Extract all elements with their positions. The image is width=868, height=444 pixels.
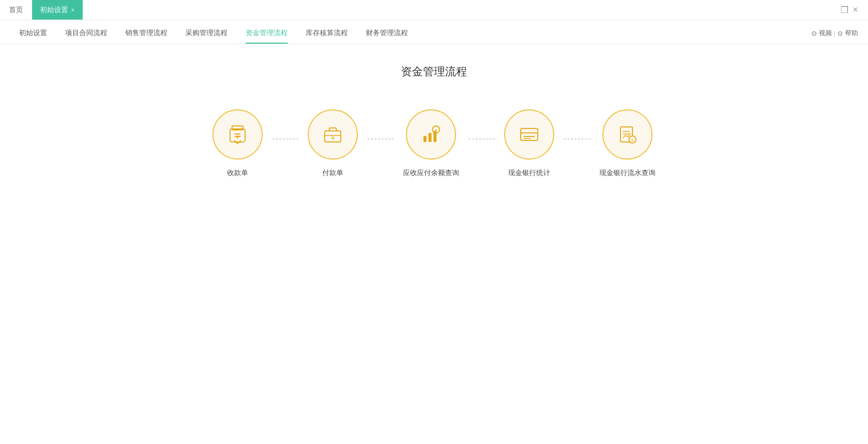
nav-item-project[interactable]: 项目合同流程: [56, 29, 116, 44]
initial-setup-tab[interactable]: 初始设置 ×: [32, 0, 83, 20]
flow-item-yingshou[interactable]: ¥ 应收应付余额查询: [403, 109, 459, 178]
nav-item-finance[interactable]: 财务管理流程: [357, 29, 417, 44]
flow-connector-3: [459, 138, 504, 149]
nav-bar: 初始设置 项目合同流程 销售管理流程 采购管理流程 资金管理流程 库存核算流程 …: [0, 20, 868, 44]
svg-rect-9: [428, 133, 431, 142]
flow-label-shoukuan: 收款单: [227, 169, 248, 178]
nav-right-links: ⊙ 视频 | ⊙ 帮助: [811, 29, 858, 44]
nav-item-purchase[interactable]: 采购管理流程: [176, 29, 237, 44]
nav-item-inventory[interactable]: 库存核算流程: [297, 29, 357, 44]
initial-setup-tab-label: 初始设置: [40, 6, 68, 15]
video-link[interactable]: 视频: [819, 29, 832, 38]
divider: |: [834, 30, 835, 37]
flow-label-xianjin: 现金银行统计: [508, 169, 550, 178]
restore-icon[interactable]: ❐: [840, 5, 848, 16]
nav-item-sales[interactable]: 销售管理流程: [116, 29, 176, 44]
flow-row: ¥ 收款单 ¥: [212, 109, 656, 178]
window-controls: ❐ ×: [840, 5, 868, 16]
flow-connector-1: [263, 138, 308, 149]
flow-label-fukuan: 付款单: [322, 169, 343, 178]
close-icon[interactable]: ×: [71, 7, 75, 14]
help-link[interactable]: 帮助: [845, 29, 858, 38]
flow-item-xianjin[interactable]: 现金银行统计: [504, 109, 554, 178]
flow-item-fukuan[interactable]: ¥ 付款单: [308, 109, 358, 178]
flow-label-liushui: 现金银行流水查询: [599, 169, 656, 178]
flow-circle-xianjin: [504, 109, 554, 160]
video-icon: ⊙: [811, 30, 817, 37]
main-content: 资金管理流程 ¥ 收款单: [0, 44, 868, 178]
svg-rect-8: [423, 136, 426, 142]
flow-circle-fukuan: ¥: [308, 109, 358, 160]
flow-circle-liushui: ¥: [602, 109, 653, 160]
svg-text:¥: ¥: [435, 128, 438, 132]
flow-label-yingshou: 应收应付余额查询: [403, 169, 459, 178]
page-title: 资金管理流程: [401, 64, 467, 79]
help-icon: ⊙: [837, 30, 843, 37]
flow-connector-2: [358, 138, 403, 149]
flow-item-liushui[interactable]: ¥ 现金银行流水查询: [599, 109, 656, 178]
nav-item-initial[interactable]: 初始设置: [10, 29, 56, 44]
home-tab[interactable]: 首页: [0, 0, 32, 20]
top-bar: 首页 初始设置 × ❐ ×: [0, 0, 868, 20]
svg-text:¥: ¥: [236, 134, 239, 140]
nav-item-funds[interactable]: 资金管理流程: [237, 29, 297, 44]
flow-connector-4: [554, 138, 599, 149]
svg-text:¥: ¥: [631, 138, 634, 142]
svg-text:¥: ¥: [331, 135, 335, 141]
close-window-icon[interactable]: ×: [852, 5, 858, 15]
flow-circle-shoukuan: ¥: [212, 109, 263, 160]
flow-item-shoukuan[interactable]: ¥ 收款单: [212, 109, 263, 178]
flow-circle-yingshou: ¥: [406, 109, 456, 160]
